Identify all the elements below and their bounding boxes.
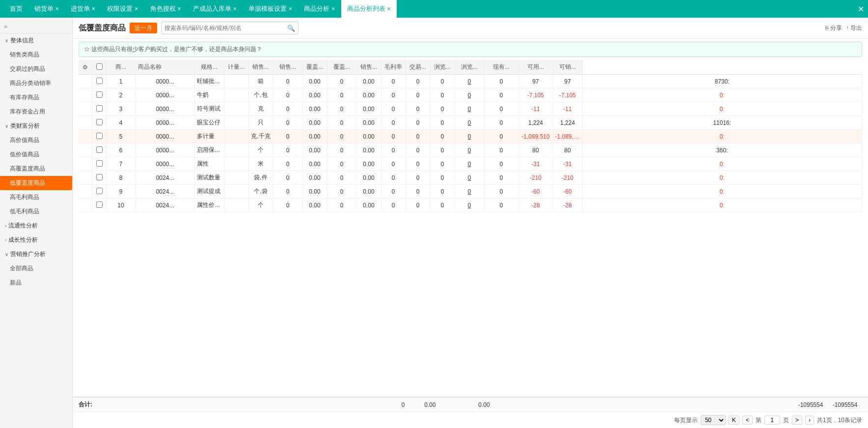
totals-row: 合计: 0 0.00 0.00 -1095554 -1095554: [79, 400, 862, 409]
browse1-link[interactable]: 0: [468, 119, 471, 126]
first-page-button[interactable]: K: [729, 416, 739, 425]
browse1-link[interactable]: 0: [468, 202, 471, 209]
sidebar-section-marketing[interactable]: ∨ 营销推广分析: [0, 247, 72, 261]
nav-template[interactable]: 单据模板设置 ×: [243, 0, 298, 18]
cell-settings: [79, 171, 92, 185]
cell-spec: [224, 143, 248, 157]
nav-purchase[interactable]: 进货单 ×: [65, 0, 101, 18]
cell-code: 0024...: [136, 185, 194, 199]
cell-browse1[interactable]: 0: [455, 171, 484, 185]
per-page-label: 每页显示: [674, 416, 698, 425]
sidebar-item-new-goods[interactable]: 新品: [0, 276, 72, 290]
row-checkbox[interactable]: [96, 174, 103, 180]
sidebar-section-growth[interactable]: › 成长性分析: [0, 233, 72, 247]
nav-sales[interactable]: 销货单 ×: [28, 0, 65, 18]
cell-stock3: 0:: [582, 171, 862, 185]
select-all-checkbox[interactable]: [96, 63, 103, 70]
last-page-button[interactable]: ›: [805, 416, 814, 425]
table-header: ⚙ 商... 商品名称 规格... 计量... 销售... 销售... 覆盖..…: [79, 60, 862, 75]
cell-check[interactable]: [92, 143, 106, 157]
cell-cover2: 0.00: [356, 171, 381, 185]
sidebar-item-low-coverage[interactable]: 低覆盖度商品: [0, 176, 72, 190]
cell-browse1[interactable]: 0: [455, 199, 484, 212]
sidebar-item-low-value[interactable]: 低价值商品: [0, 147, 72, 162]
sidebar-item-high-coverage[interactable]: 高覆盖度商品: [0, 162, 72, 176]
browse1-link[interactable]: 0: [468, 78, 471, 85]
browse1-link[interactable]: 0: [468, 161, 471, 168]
browse1-link[interactable]: 0: [468, 174, 471, 181]
sidebar-item-high-value[interactable]: 高价值商品: [0, 133, 72, 147]
cell-check[interactable]: [92, 199, 106, 212]
sidebar-item-sales-goods[interactable]: 销售类商品: [0, 48, 72, 62]
cell-unit: 袋,件: [248, 171, 273, 185]
per-page-select[interactable]: 50 100 200: [701, 415, 726, 425]
sidebar-item-high-margin[interactable]: 高毛利商品: [0, 190, 72, 204]
nav-home[interactable]: 首页: [4, 0, 28, 18]
row-checkbox[interactable]: [96, 201, 103, 208]
close-icon[interactable]: ✕: [858, 4, 864, 14]
cell-browse1[interactable]: 0: [455, 130, 484, 143]
row-checkbox[interactable]: [96, 133, 103, 139]
row-checkbox[interactable]: [96, 119, 103, 125]
cell-check[interactable]: [92, 75, 106, 88]
export-button[interactable]: ↑ 导出: [846, 24, 862, 32]
prev-page-button[interactable]: <: [742, 416, 753, 425]
sidebar-section-overall[interactable]: ∨ 整体信息: [0, 33, 72, 48]
row-checkbox[interactable]: [96, 188, 103, 194]
cell-gross: 0: [406, 88, 430, 102]
content-header: 低覆盖度商品 近一月 🔍 ⎘ 分享 ↑ 导出: [73, 18, 868, 39]
sidebar-item-low-margin[interactable]: 低毛利商品: [0, 204, 72, 219]
cell-browse1[interactable]: 0: [455, 185, 484, 199]
cell-browse1[interactable]: 0: [455, 88, 484, 102]
row-checkbox[interactable]: [96, 160, 103, 167]
nav-role[interactable]: 角色授权 ×: [144, 0, 187, 18]
cell-trade: 0: [430, 116, 455, 130]
next-page-button[interactable]: >: [792, 416, 802, 425]
sidebar-section-wealth[interactable]: ∨ 类财富分析: [0, 119, 72, 133]
row-checkbox[interactable]: [96, 91, 103, 98]
page-number-input[interactable]: [764, 416, 780, 425]
total-sales2: 0.00: [415, 401, 445, 408]
cell-check[interactable]: [92, 116, 106, 130]
filter-period-button[interactable]: 近一月: [130, 23, 157, 33]
share-button[interactable]: ⎘ 分享: [825, 24, 842, 32]
col-check[interactable]: [92, 60, 106, 75]
row-checkbox[interactable]: [96, 78, 103, 84]
sidebar-item-all-goods[interactable]: 全部商品: [0, 261, 72, 276]
cell-check[interactable]: [92, 130, 106, 143]
nav-permission[interactable]: 权限设置 ×: [101, 0, 144, 18]
cell-browse1[interactable]: 0: [455, 102, 484, 116]
sidebar-item-stock-goods[interactable]: 有库存商品: [0, 90, 72, 105]
sidebar-collapse-button[interactable]: «: [4, 23, 7, 30]
search-input[interactable]: [164, 25, 287, 31]
cell-check[interactable]: [92, 185, 106, 199]
browse1-link[interactable]: 0: [468, 106, 471, 113]
cell-browse1[interactable]: 0: [455, 157, 484, 171]
browse1-link[interactable]: 0: [468, 133, 471, 140]
sidebar-item-stock-capital[interactable]: 库存资金占用: [0, 105, 72, 119]
row-checkbox[interactable]: [96, 105, 103, 112]
row-checkbox[interactable]: [96, 146, 103, 153]
sidebar-item-traded-goods[interactable]: 交易过的商品: [0, 62, 72, 76]
cell-check[interactable]: [92, 88, 106, 102]
sidebar-item-category-turnover[interactable]: 商品分类动销率: [0, 76, 72, 90]
cell-browse2: 0: [484, 171, 518, 185]
cell-browse1[interactable]: 0: [455, 143, 484, 157]
cell-stock1: -60: [518, 185, 553, 199]
cell-check[interactable]: [92, 102, 106, 116]
cell-check[interactable]: [92, 171, 106, 185]
nav-analysis[interactable]: 商品分析 ×: [298, 0, 341, 18]
cell-browse1[interactable]: 0: [455, 75, 484, 88]
browse1-link[interactable]: 0: [468, 92, 471, 99]
nav-product-instock[interactable]: 产成品入库单 ×: [187, 0, 243, 18]
nav-analysis-list[interactable]: 商品分析列表 ×: [341, 0, 397, 18]
browse1-link[interactable]: 0: [468, 147, 471, 154]
sidebar-section-flow[interactable]: › 流通性分析: [0, 219, 72, 233]
cell-check[interactable]: [92, 157, 106, 171]
table-row: 1 0000... 旺辅批次测试 箱 0 0.00 0 0.00 0 0 0 0…: [79, 75, 862, 88]
cell-sales3: 0: [381, 157, 406, 171]
cell-browse1[interactable]: 0: [455, 116, 484, 130]
col-settings[interactable]: ⚙: [79, 60, 92, 75]
browse1-link[interactable]: 0: [468, 188, 471, 195]
table-container[interactable]: ⚙ 商... 商品名称 规格... 计量... 销售... 销售... 覆盖..…: [73, 60, 868, 397]
